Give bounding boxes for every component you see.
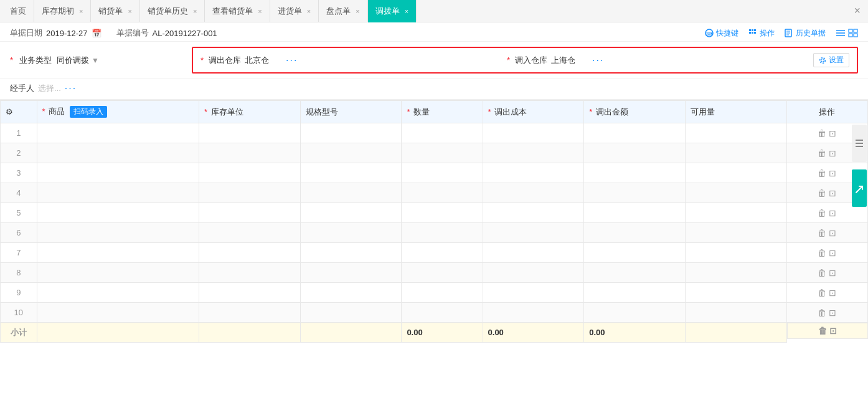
- row-delete-icon[interactable]: 🗑: [818, 188, 826, 198]
- cell-amount[interactable]: [584, 223, 686, 243]
- from-warehouse-value[interactable]: 北京仓: [245, 55, 282, 66]
- cell-cost[interactable]: [483, 143, 584, 163]
- row-delete-icon[interactable]: 🗑: [818, 148, 826, 158]
- cell-spec[interactable]: [300, 143, 402, 163]
- business-type-select[interactable]: 同价调拨 ▼: [57, 55, 99, 66]
- row-copy-icon[interactable]: ⊡: [829, 128, 836, 138]
- cell-qty[interactable]: [402, 223, 483, 243]
- tab-close-view-sales[interactable]: ×: [258, 7, 262, 15]
- scan-barcode-button[interactable]: 扫码录入: [70, 106, 107, 118]
- calendar-icon[interactable]: 📅: [92, 29, 101, 38]
- row-copy-icon[interactable]: ⊡: [829, 188, 836, 198]
- cell-amount[interactable]: [584, 203, 686, 223]
- cell-product[interactable]: [37, 263, 199, 283]
- cell-qty[interactable]: [402, 303, 483, 323]
- settings-button[interactable]: 设置: [813, 53, 849, 67]
- tab-close-purchase-order[interactable]: ×: [307, 7, 311, 15]
- cell-cost[interactable]: [483, 223, 584, 243]
- cell-product[interactable]: [37, 183, 199, 203]
- row-delete-icon[interactable]: 🗑: [818, 168, 826, 178]
- cell-qty[interactable]: [402, 163, 483, 183]
- cell-unit[interactable]: [199, 263, 300, 283]
- tab-close-stocktake[interactable]: ×: [356, 7, 359, 15]
- tab-view-sales[interactable]: 查看销货单 ×: [205, 0, 270, 22]
- shortcut-link[interactable]: ⌨ 快捷键: [705, 28, 738, 39]
- cell-amount[interactable]: [584, 283, 686, 303]
- cell-qty[interactable]: [402, 243, 483, 263]
- tab-stocktake[interactable]: 盘点单 ×: [319, 0, 367, 22]
- cell-cost[interactable]: [483, 243, 584, 263]
- tab-transfer[interactable]: 调拨单 ×: [368, 0, 417, 22]
- cell-cost[interactable]: [483, 303, 584, 323]
- cell-amount[interactable]: [584, 143, 686, 163]
- to-warehouse-more-btn[interactable]: ···: [592, 55, 604, 66]
- cell-qty[interactable]: [402, 283, 483, 303]
- history-link[interactable]: 历史单据: [785, 28, 826, 39]
- cell-qty[interactable]: [402, 263, 483, 283]
- cell-unit[interactable]: [199, 203, 300, 223]
- row-copy-icon[interactable]: ⊡: [829, 228, 836, 238]
- date-value[interactable]: 2019-12-27: [46, 29, 88, 38]
- cell-unit[interactable]: [199, 183, 300, 203]
- tab-close-sales-history[interactable]: ×: [193, 7, 197, 15]
- cell-product[interactable]: [37, 303, 199, 323]
- row-copy-icon[interactable]: ⊡: [829, 288, 836, 298]
- row-delete-icon[interactable]: 🗑: [818, 326, 827, 336]
- row-delete-icon[interactable]: 🗑: [818, 308, 826, 318]
- tab-sales-order[interactable]: 销货单 ×: [91, 0, 139, 22]
- row-copy-icon[interactable]: ⊡: [829, 168, 836, 178]
- cell-product[interactable]: [37, 163, 199, 183]
- cell-product[interactable]: [37, 223, 199, 243]
- cell-unit[interactable]: [199, 283, 300, 303]
- handler-input[interactable]: 选择...: [38, 83, 61, 94]
- cell-cost[interactable]: [483, 203, 584, 223]
- cell-qty[interactable]: [402, 203, 483, 223]
- tab-sales-history[interactable]: 销货单历史 ×: [140, 0, 205, 22]
- cell-amount[interactable]: [584, 303, 686, 323]
- cell-cost[interactable]: [483, 263, 584, 283]
- tab-home[interactable]: 首页: [2, 0, 34, 22]
- cell-spec[interactable]: [300, 123, 402, 143]
- cell-amount[interactable]: [584, 163, 686, 183]
- row-copy-icon[interactable]: ⊡: [829, 148, 836, 158]
- row-copy-icon[interactable]: ⊡: [829, 268, 836, 278]
- cell-unit[interactable]: [199, 163, 300, 183]
- cell-cost[interactable]: [483, 183, 584, 203]
- cell-qty[interactable]: [402, 183, 483, 203]
- cell-amount[interactable]: [584, 183, 686, 203]
- cell-product[interactable]: [37, 143, 199, 163]
- row-delete-icon[interactable]: 🗑: [818, 248, 826, 258]
- row-delete-icon[interactable]: 🗑: [818, 288, 826, 298]
- to-warehouse-value[interactable]: 上海仓: [551, 55, 588, 66]
- from-warehouse-more-btn[interactable]: ···: [286, 55, 298, 66]
- row-copy-icon[interactable]: ⊡: [829, 248, 836, 258]
- cell-unit[interactable]: [199, 243, 300, 263]
- cell-product[interactable]: [37, 243, 199, 263]
- cell-spec[interactable]: [300, 223, 402, 243]
- cell-spec[interactable]: [300, 203, 402, 223]
- cell-spec[interactable]: [300, 163, 402, 183]
- cell-amount[interactable]: [584, 123, 686, 143]
- row-delete-icon[interactable]: 🗑: [818, 228, 826, 238]
- operation-link[interactable]: 操作: [748, 28, 775, 39]
- cell-spec[interactable]: [300, 243, 402, 263]
- tab-inventory-init[interactable]: 库存期初 ×: [34, 0, 91, 22]
- cell-product[interactable]: [37, 123, 199, 143]
- cell-spec[interactable]: [300, 183, 402, 203]
- cell-product[interactable]: [37, 283, 199, 303]
- cell-spec[interactable]: [300, 303, 402, 323]
- row-delete-icon[interactable]: 🗑: [818, 128, 826, 138]
- cell-qty[interactable]: [402, 123, 483, 143]
- cell-amount[interactable]: [584, 263, 686, 283]
- cell-amount[interactable]: [584, 243, 686, 263]
- cell-cost[interactable]: [483, 163, 584, 183]
- tab-close-sales-order[interactable]: ×: [128, 7, 131, 15]
- cell-spec[interactable]: [300, 283, 402, 303]
- cell-product[interactable]: [37, 203, 199, 223]
- cell-cost[interactable]: [483, 283, 584, 303]
- cell-spec[interactable]: [300, 263, 402, 283]
- cell-unit[interactable]: [199, 143, 300, 163]
- sidebar-list-button[interactable]: [852, 125, 867, 162]
- row-copy-icon[interactable]: ⊡: [829, 326, 837, 336]
- cell-unit[interactable]: [199, 123, 300, 143]
